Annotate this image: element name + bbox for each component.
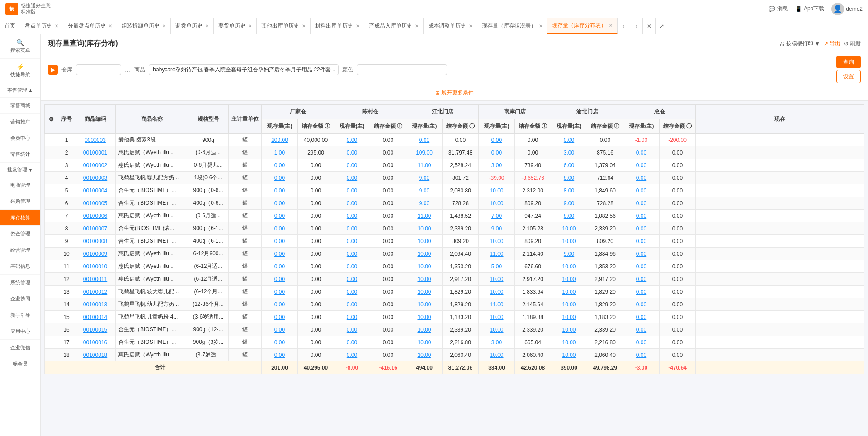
- sidebar-item-wholesale[interactable]: 批发管理 ▼: [0, 163, 40, 177]
- cell-jb-cun[interactable]: 9.00: [406, 184, 443, 197]
- sidebar-item-retail[interactable]: 零售管理 ▲: [0, 83, 40, 98]
- cell-code[interactable]: 00100016: [75, 336, 116, 349]
- cell-cc-cun[interactable]: 0.00: [334, 311, 370, 323]
- sidebar-item-ecommerce[interactable]: 电商管理: [0, 177, 40, 193]
- cell-jb-cun[interactable]: 10.00: [406, 323, 443, 336]
- cell-code[interactable]: 00100015: [75, 323, 116, 336]
- cell-na-cun[interactable]: -39.00: [479, 172, 515, 184]
- cell-jb-cun[interactable]: 0.00: [406, 134, 443, 146]
- cell-z-cun[interactable]: 0.00: [623, 248, 660, 260]
- table-wrapper[interactable]: ⚙ 序号 商品编码 商品名称 规格型号 主计量单位 厂家仓 陈村仓 江北门店 南…: [41, 101, 868, 436]
- cell-z-cun[interactable]: 0.00: [623, 298, 660, 311]
- user-menu[interactable]: 👤 demo2: [831, 3, 863, 15]
- cell-code[interactable]: 00100011: [75, 273, 116, 286]
- cell-cc-cun[interactable]: 0.00: [334, 336, 370, 349]
- cell-na-cun[interactable]: 3.00: [479, 159, 515, 172]
- cell-yb-cun[interactable]: 10.00: [551, 311, 587, 323]
- cell-z-cun[interactable]: 0.00: [623, 146, 660, 159]
- cell-cc-cun[interactable]: 0.00: [334, 159, 370, 172]
- cell-cc-cun[interactable]: 0.00: [334, 146, 370, 159]
- tab-3[interactable]: 组装拆卸单历史 ✕: [117, 18, 171, 34]
- cell-cc-cun[interactable]: 0.00: [334, 323, 370, 336]
- cell-na-cun[interactable]: 10.00: [479, 235, 515, 248]
- cell-z-cun[interactable]: 0.00: [623, 349, 660, 361]
- cell-cc-cun[interactable]: 0.00: [334, 273, 370, 286]
- cell-jb-cun[interactable]: 10.00: [406, 260, 443, 273]
- tab-11[interactable]: 现存量（库存分布表） ✕: [547, 18, 618, 34]
- cell-cf-cun[interactable]: 0.00: [262, 197, 298, 210]
- sidebar-item-wechat[interactable]: 企业微信: [0, 340, 40, 356]
- cell-yb-cun[interactable]: 10.00: [551, 235, 587, 248]
- expand-conditions-btn[interactable]: ⊞ 展开更多条件: [435, 89, 474, 97]
- cell-yb-cun[interactable]: 10.00: [551, 286, 587, 298]
- cell-z-cun[interactable]: 0.00: [623, 172, 660, 184]
- cell-cf-cun[interactable]: 0.00: [262, 336, 298, 349]
- cell-cf-cun[interactable]: 1.00: [262, 146, 298, 159]
- cell-yb-cun[interactable]: 10.00: [551, 273, 587, 286]
- cell-jb-cun[interactable]: 9.00: [406, 197, 443, 210]
- cell-na-cun[interactable]: 10.00: [479, 311, 515, 323]
- cell-cc-cun[interactable]: 0.00: [334, 222, 370, 235]
- cell-na-cun[interactable]: 7.00: [479, 210, 515, 222]
- cell-cf-cun[interactable]: 0.00: [262, 323, 298, 336]
- cell-yb-cun[interactable]: 10.00: [551, 349, 587, 361]
- cell-na-cun[interactable]: 10.00: [479, 286, 515, 298]
- sidebar-item-inventory[interactable]: 库存核算: [0, 210, 40, 226]
- sidebar-item-marketing[interactable]: 营销推广: [0, 114, 40, 130]
- cell-jb-cun[interactable]: 10.00: [406, 248, 443, 260]
- cell-code[interactable]: 00100007: [75, 222, 116, 235]
- cell-cc-cun[interactable]: 0.00: [334, 260, 370, 273]
- cell-na-cun[interactable]: 10.00: [479, 184, 515, 197]
- cell-z-cun[interactable]: -1.00: [623, 134, 660, 146]
- cell-cf-cun[interactable]: 200.00: [262, 134, 298, 146]
- cell-cc-cun[interactable]: 0.00: [334, 184, 370, 197]
- cell-cf-cun[interactable]: 0.00: [262, 260, 298, 273]
- sidebar-item-basics[interactable]: 基础信息: [0, 258, 40, 275]
- sidebar-item-guide[interactable]: 新手引导: [0, 307, 40, 323]
- cell-cf-cun[interactable]: 0.00: [262, 298, 298, 311]
- cell-cc-cun[interactable]: 0.00: [334, 197, 370, 210]
- cell-na-cun[interactable]: 0.00: [479, 146, 515, 159]
- sidebar-item-system[interactable]: 系统管理: [0, 275, 40, 291]
- sidebar-item-search[interactable]: 🔍 搜索英单: [0, 34, 40, 59]
- cell-na-cun[interactable]: 5.00: [479, 260, 515, 273]
- cell-jb-cun[interactable]: 10.00: [406, 336, 443, 349]
- refresh-btn[interactable]: ↺ 刷新: [844, 40, 861, 47]
- cell-yb-cun[interactable]: 9.00: [551, 248, 587, 260]
- cell-jb-cun[interactable]: 10.00: [406, 273, 443, 286]
- cell-jb-cun[interactable]: 9.00: [406, 172, 443, 184]
- goods-input[interactable]: [149, 64, 339, 75]
- tab-8-close[interactable]: ✕: [415, 23, 419, 28]
- cell-code[interactable]: 00100018: [75, 349, 116, 361]
- cell-yb-cun[interactable]: 8.00: [551, 184, 587, 197]
- cell-cf-cun[interactable]: 0.00: [262, 248, 298, 260]
- cell-z-cun[interactable]: 0.00: [623, 336, 660, 349]
- cell-cf-cun[interactable]: 0.00: [262, 184, 298, 197]
- cell-yb-cun[interactable]: 10.00: [551, 222, 587, 235]
- tab-9[interactable]: 成本调整单历史 ✕: [424, 18, 477, 34]
- cell-z-cun[interactable]: 0.00: [623, 184, 660, 197]
- cell-na-cun[interactable]: 10.00: [479, 349, 515, 361]
- cell-cc-cun[interactable]: 0.00: [334, 349, 370, 361]
- cell-jb-cun[interactable]: 10.00: [406, 311, 443, 323]
- sidebar-item-operations[interactable]: 经营管理: [0, 242, 40, 258]
- cell-jb-cun[interactable]: 10.00: [406, 349, 443, 361]
- tab-prev-btn[interactable]: ‹: [618, 18, 630, 34]
- cell-yb-cun[interactable]: 8.00: [551, 172, 587, 184]
- tab-11-close[interactable]: ✕: [609, 23, 613, 28]
- cell-code[interactable]: 00100006: [75, 210, 116, 222]
- sidebar-item-nav[interactable]: ⚡ 快捷导航: [0, 59, 40, 83]
- cell-na-cun[interactable]: 9.00: [479, 222, 515, 235]
- cell-jb-cun[interactable]: 10.00: [406, 222, 443, 235]
- cell-cf-cun[interactable]: 0.00: [262, 210, 298, 222]
- tab-10[interactable]: 现存量（库存状况表） ✕: [477, 18, 547, 34]
- setting-button[interactable]: 设置: [836, 70, 861, 83]
- tab-1-close[interactable]: ✕: [55, 23, 58, 28]
- cell-code[interactable]: 00100001: [75, 146, 116, 159]
- cell-jb-cun[interactable]: 109.00: [406, 146, 443, 159]
- cell-cc-cun[interactable]: 0.00: [334, 235, 370, 248]
- cell-cf-cun[interactable]: 0.00: [262, 286, 298, 298]
- sidebar-item-member[interactable]: 会员中心: [0, 130, 40, 146]
- cell-cc-cun[interactable]: 0.00: [334, 298, 370, 311]
- cell-code[interactable]: 00100013: [75, 298, 116, 311]
